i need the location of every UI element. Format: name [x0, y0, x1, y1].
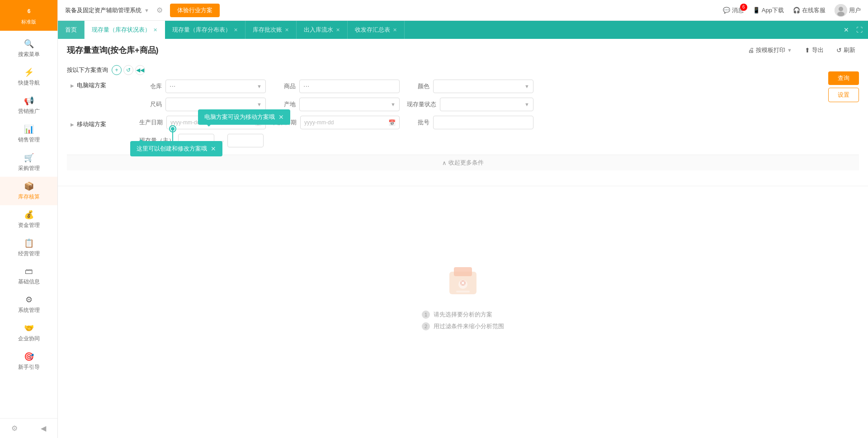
origin-label: 产地 — [273, 100, 296, 108]
date-placeholder-2: yyyy-mm-dd — [304, 119, 334, 126]
sidebar-item-sales[interactable]: 📊 销售管理 — [0, 120, 57, 148]
search-icon: 🔍 — [24, 39, 34, 49]
svg-point-3 — [839, 7, 843, 11]
warehouse-select[interactable]: ··· ▼ — [165, 80, 266, 93]
search-btn[interactable]: 查询 — [828, 71, 859, 85]
filter-header: 按以下方案查询 + ↺ ◀◀ — [67, 65, 859, 75]
tab-recv-send-summary[interactable]: 收发存汇总表 ✕ — [348, 21, 405, 39]
tab-batch-ledger[interactable]: 库存批次账 ✕ — [245, 21, 297, 39]
close-tooltip-1-btn[interactable]: ✕ — [278, 113, 284, 121]
expiry-date-start[interactable]: yyyy-mm-dd 📅 — [300, 116, 400, 129]
tab-close-recv-send-summary[interactable]: ✕ — [393, 27, 397, 33]
operations-icon: 📋 — [24, 238, 34, 248]
stock-status-select[interactable]: ▼ — [440, 98, 533, 111]
message-btn[interactable]: 💬 消息 6 — [723, 6, 744, 14]
sidebar-item-label: 快捷导航 — [18, 79, 40, 87]
logo-text: 标准版 — [21, 19, 36, 25]
tab-close-batch-ledger[interactable]: ✕ — [285, 27, 289, 33]
quick-nav-icon: ⚡ — [24, 67, 34, 77]
close-all-tabs-btn[interactable]: ✕ — [842, 24, 851, 35]
collapse-bar[interactable]: ∧ 收起更多条件 — [67, 155, 859, 170]
topbar-settings-icon[interactable]: ⚙ — [156, 6, 163, 14]
close-tooltip-2-btn[interactable]: ✕ — [211, 145, 216, 152]
filter-row-4: 现存量（主） — — [139, 134, 814, 147]
logo-icon: 6 — [21, 5, 37, 18]
product-select[interactable]: ··· — [299, 80, 400, 93]
tab-stock-status[interactable]: 现存量（库存状况表） ✕ — [85, 21, 165, 39]
batch-no-label: 批号 — [407, 118, 429, 127]
tab-stock-dist[interactable]: 现存量（库存分布表） ✕ — [165, 21, 245, 39]
print-template-btn[interactable]: 🖨 按模板打印 ▼ — [744, 44, 796, 56]
sidebar-item-system[interactable]: ⚙ 系统管理 — [0, 290, 57, 319]
sidebar-item-label: 基础信息 — [18, 278, 40, 286]
filter-header-btns: + ↺ ◀◀ — [112, 65, 145, 75]
stock-qty-end-input[interactable] — [227, 134, 264, 147]
sidebar-footer: ⚙ ◀ — [0, 418, 57, 438]
sidebar-item-asset[interactable]: 💰 资金管理 — [0, 205, 57, 234]
scenario-mobile[interactable]: ▶ 移动端方案 — [67, 118, 139, 130]
sidebar-item-enterprise[interactable]: 🤝 企业协同 — [0, 319, 57, 347]
calendar-icon-2: 📅 — [388, 119, 396, 126]
sidebar-item-inventory[interactable]: 📦 库存核算 — [0, 177, 57, 205]
sidebar: 6 标准版 🔍 搜索菜单 ⚡ 快捷导航 📢 营销推广 📊 销售管理 🛒 采购管理… — [0, 0, 58, 438]
sidebar-settings-btn[interactable]: ⚙ — [11, 424, 18, 433]
sidebar-item-guide[interactable]: 🎯 新手引导 — [0, 347, 57, 376]
sidebar-item-label: 库存核算 — [18, 193, 40, 201]
sidebar-item-operations[interactable]: 📋 经营管理 — [0, 234, 57, 262]
batch-no-input[interactable] — [433, 116, 533, 129]
expand-icon: ▶ — [71, 83, 74, 88]
empty-tip-1: 1 请先选择要分析的方案 — [422, 311, 504, 319]
tab-close-stock-dist[interactable]: ✕ — [234, 27, 238, 33]
system-dropdown-icon[interactable]: ▼ — [144, 8, 149, 13]
page-header: 现存量查询(按仓库+商品) 🖨 按模板打印 ▼ ⬆ 导出 ↺ 刷新 — [58, 39, 868, 60]
user-btn[interactable]: 用户 — [835, 4, 861, 17]
tooltip-text-2: 这里可以创建和修改方案哦 — [137, 145, 207, 153]
filter-field-batch-no: 批号 — [407, 116, 533, 129]
filter-row-1: 仓库 ··· ▼ 商品 ··· — [139, 80, 814, 93]
sidebar-item-basic[interactable]: 🗃 基础信息 — [0, 262, 57, 290]
empty-tip-2: 2 用过滤条件来缩小分析范围 — [422, 322, 504, 330]
sidebar-item-label: 新手引导 — [18, 363, 40, 371]
add-scheme-btn[interactable]: + — [112, 65, 122, 75]
phone-icon: 📱 — [753, 7, 760, 14]
ellipsis-icon-2: ··· — [303, 82, 309, 90]
color-label: 颜色 — [407, 82, 429, 90]
sidebar-collapse-btn[interactable]: ◀ — [41, 424, 46, 433]
tab-close-stock-status[interactable]: ✕ — [153, 27, 157, 33]
app-download-btn[interactable]: 📱 App下载 — [753, 6, 784, 14]
export-btn[interactable]: ⬆ 导出 — [801, 44, 827, 56]
svg-text:6: 6 — [27, 8, 30, 14]
message-badge: 6 — [740, 4, 747, 11]
color-select[interactable]: ▼ — [433, 80, 533, 93]
stock-status-label: 现存量状态 — [407, 100, 436, 108]
online-support-btn[interactable]: 🎧 在线客服 — [793, 6, 826, 14]
refresh-scheme-btn[interactable]: ↺ — [123, 65, 133, 75]
production-date-label: 生产日期 — [139, 118, 163, 127]
filter-field-expiry-date: 失效日期 yyyy-mm-dd 📅 — [273, 116, 400, 129]
trial-btn[interactable]: 体验行业方案 — [170, 4, 220, 17]
sidebar-item-quick-nav[interactable]: ⚡ 快捷导航 — [0, 63, 57, 91]
filter-area: 按以下方案查询 + ↺ ◀◀ — [58, 60, 868, 186]
warehouse-label: 仓库 — [139, 82, 162, 90]
sidebar-item-label: 搜索菜单 — [18, 51, 40, 58]
back-scheme-btn[interactable]: ◀◀ — [135, 65, 145, 75]
tab-inout-flow[interactable]: 出入库流水 ✕ — [297, 21, 348, 39]
tab-home[interactable]: 首页 — [58, 21, 85, 39]
filter-field-stock-status: 现存量状态 ▼ — [407, 98, 533, 111]
sidebar-item-purchase[interactable]: 🛒 采购管理 — [0, 148, 57, 177]
sidebar-item-search[interactable]: 🔍 搜索菜单 — [0, 34, 57, 63]
svg-point-4 — [837, 12, 844, 16]
fullscreen-btn[interactable]: ⛶ — [854, 24, 864, 35]
refresh-btn[interactable]: ↺ 刷新 — [833, 44, 859, 56]
tip-number-1: 1 — [422, 311, 430, 319]
sidebar-item-marketing[interactable]: 📢 营销推广 — [0, 91, 57, 120]
filter-field-origin: 产地 ▼ — [273, 98, 400, 111]
export-icon: ⬆ — [805, 47, 810, 54]
scenario-desktop[interactable]: ▶ 电脑端方案 — [67, 80, 139, 91]
origin-select[interactable]: ▼ — [299, 98, 400, 111]
expand-icon-mobile: ▶ — [71, 122, 74, 127]
page-title: 现存量查询(按仓库+商品) — [67, 45, 159, 56]
tab-close-inout-flow[interactable]: ✕ — [336, 27, 340, 33]
basic-icon: 🗃 — [25, 267, 33, 276]
reset-btn[interactable]: 设置 — [828, 88, 859, 102]
